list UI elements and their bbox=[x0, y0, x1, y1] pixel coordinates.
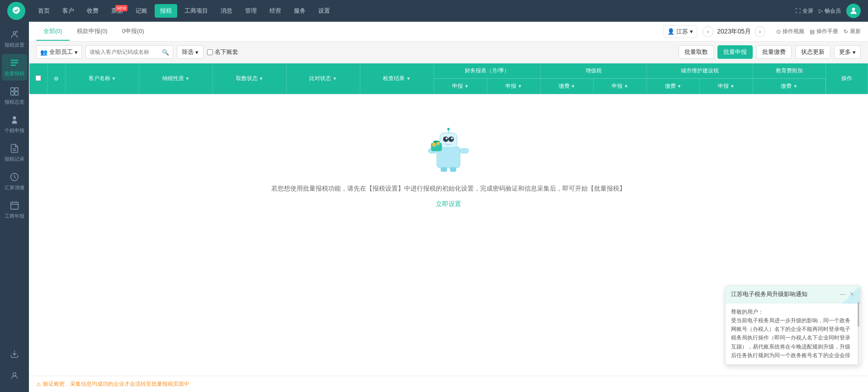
new-badge: NEW bbox=[115, 5, 127, 11]
sidebar-user-button[interactable] bbox=[5, 367, 24, 385]
setup-link[interactable]: 立即设置 bbox=[436, 200, 461, 208]
status-update-button[interactable]: 状态更新 bbox=[795, 45, 830, 59]
staff-selector-icon: 👥 bbox=[40, 49, 47, 56]
svg-rect-28 bbox=[460, 148, 469, 153]
th-gear[interactable]: ⚙ bbox=[47, 63, 66, 94]
person-tax-icon bbox=[9, 115, 20, 125]
nav-fee[interactable]: 收费 bbox=[81, 4, 104, 18]
nav-items: 首页 客户 收费 票据 NEW 记账 报税 工商项目 消息 管理 经营 服务 设… bbox=[33, 4, 795, 18]
th-city-tax: 城市维护建设税 bbox=[646, 63, 753, 79]
th-checkbox bbox=[29, 63, 47, 94]
refresh-icon: ↻ bbox=[844, 29, 848, 35]
svg-point-32 bbox=[433, 143, 435, 146]
search-input-wrap: 🔍 bbox=[85, 45, 173, 59]
svg-rect-6 bbox=[15, 88, 18, 91]
batch-fetch-button[interactable]: 批量取数 bbox=[679, 45, 714, 59]
tab-zero-declare[interactable]: 0申报(0) bbox=[115, 23, 151, 41]
tab-tax-declare[interactable]: 税款申报(0) bbox=[70, 23, 115, 41]
notification-header: 江苏电子税务局升级影响通知 — ✕ bbox=[726, 286, 860, 303]
sidebar-item-person-tax[interactable]: 个税申报 bbox=[2, 111, 27, 138]
batch-declare-button[interactable]: 批量申报 bbox=[717, 45, 753, 59]
top-navigation: 首页 客户 收费 票据 NEW 记账 报税 工商项目 消息 管理 经营 服务 设… bbox=[0, 0, 868, 22]
nav-accounting[interactable]: 记账 bbox=[130, 4, 153, 18]
sidebar-item-records[interactable]: 报税记录 bbox=[2, 139, 27, 166]
sidebar: 报税设置 批量报税 报税总览 个税 bbox=[0, 22, 29, 392]
svg-rect-5 bbox=[11, 88, 14, 91]
th-fetch-status: 取数状态 ▼ bbox=[212, 63, 286, 94]
batch-pay-button[interactable]: 批量缴费 bbox=[756, 45, 792, 59]
toolbar-right-actions: 批量取数 批量申报 批量缴费 状态更新 更多 ▾ bbox=[679, 45, 861, 59]
operation-video-link[interactable]: ⊙ 操作视频 bbox=[776, 28, 804, 35]
sidebar-item-tax-settings[interactable]: 报税设置 bbox=[2, 25, 27, 52]
empty-state: 若您想使用批量报税功能，请先在【报税设置】中进行报税的初始化设置，完成密码验证和… bbox=[29, 94, 868, 235]
th-operation: 操作 bbox=[826, 63, 868, 94]
th-city-declare: 申报 ▼ bbox=[594, 79, 646, 94]
sidebar-item-overview[interactable]: 报税总览 bbox=[2, 82, 27, 109]
notification-close-button[interactable]: ✕ bbox=[849, 291, 855, 298]
svg-point-0 bbox=[852, 8, 855, 11]
current-month: 2023年05月 bbox=[717, 28, 751, 36]
nav-settings[interactable]: 设置 bbox=[313, 4, 335, 18]
th-finance-report: 财务报表（月/季） bbox=[434, 63, 540, 79]
notification-body: 尊敬的用户： 受当前电子税务局进一步升级的影响，同一个政务网账号（办税人）名下的… bbox=[726, 303, 860, 364]
sidebar-download-button[interactable] bbox=[5, 345, 24, 363]
staff-selector[interactable]: 👥 全部员工 ▾ bbox=[36, 45, 82, 59]
svg-rect-4 bbox=[11, 65, 16, 66]
notification-text: 尊敬的用户： 受当前电子税务局进一步升级的影响，同一个政务网账号（办税人）名下的… bbox=[731, 308, 855, 360]
region-icon: 👤 bbox=[667, 28, 675, 35]
nav-service[interactable]: 服务 bbox=[288, 4, 311, 18]
nav-operation[interactable]: 经营 bbox=[264, 4, 287, 18]
notification-minimize-button[interactable]: — bbox=[840, 291, 846, 297]
svg-point-9 bbox=[13, 116, 16, 120]
nav-home[interactable]: 首页 bbox=[33, 4, 55, 18]
th-client-name: 客户名称 ▼ bbox=[66, 63, 139, 94]
nav-business[interactable]: 工商项目 bbox=[179, 4, 213, 18]
annual-icon bbox=[9, 200, 20, 211]
nav-tax[interactable]: 报税 bbox=[155, 4, 177, 18]
svg-rect-7 bbox=[11, 92, 14, 95]
svg-rect-34 bbox=[441, 167, 447, 172]
nav-invoice[interactable]: 票据 NEW bbox=[106, 4, 128, 18]
tab-bar: 全部(0) 税款申报(0) 0申报(0) 👤 江苏 ▾ ‹ 2023年05月 ›… bbox=[29, 22, 868, 42]
svg-point-18 bbox=[13, 373, 16, 376]
filter-button[interactable]: 筛选 ▾ bbox=[177, 45, 203, 59]
checkbox-input[interactable] bbox=[207, 49, 213, 55]
nav-manage[interactable]: 管理 bbox=[240, 4, 262, 18]
refresh-button[interactable]: ↻ 展新 bbox=[844, 28, 861, 35]
more-button[interactable]: 更多 ▾ bbox=[834, 45, 861, 59]
empty-robot-illustration bbox=[421, 121, 476, 176]
sidebar-label-person-tax: 个税申报 bbox=[5, 127, 24, 134]
records-icon bbox=[9, 143, 20, 154]
search-icon: 🔍 bbox=[162, 49, 169, 56]
nav-message[interactable]: 消息 bbox=[215, 4, 238, 18]
next-month-button[interactable]: › bbox=[755, 26, 765, 37]
svg-rect-8 bbox=[15, 92, 18, 95]
vip-button[interactable]: ▷ 畅会员 bbox=[819, 7, 841, 15]
th-city-pay: 缴费 ▼ bbox=[646, 79, 699, 94]
search-input[interactable] bbox=[90, 49, 162, 55]
sidebar-item-batch-tax[interactable]: 批量报税 bbox=[2, 54, 27, 81]
user-avatar[interactable] bbox=[846, 4, 861, 18]
notification-panel: 江苏电子税务局升级影响通知 — ✕ 尊敬的用户： 受当前电子税务局进一步升级的影… bbox=[725, 285, 861, 365]
sidebar-item-annual[interactable]: 工商年报 bbox=[2, 196, 27, 223]
sidebar-label-tax-settings: 报税设置 bbox=[5, 42, 24, 48]
bottom-bar: ⚠ 验证账密、采集信息均成功的企业才会流转至批量报税页面中 bbox=[29, 376, 868, 392]
svg-point-23 bbox=[446, 138, 448, 139]
book-icon: ▤ bbox=[810, 29, 815, 35]
warning-icon: ⚠ bbox=[36, 381, 41, 387]
top-nav-right: ⛶ 全屏 ▷ 畅会员 bbox=[795, 4, 861, 18]
nav-client[interactable]: 客户 bbox=[57, 4, 80, 18]
sidebar-item-settlement[interactable]: 汇算清缴 bbox=[2, 168, 27, 195]
select-all-checkbox[interactable] bbox=[35, 75, 41, 81]
month-navigator: ‹ 2023年05月 › bbox=[703, 26, 765, 37]
video-icon: ⊙ bbox=[776, 29, 781, 35]
sidebar-label-records: 报税记录 bbox=[5, 156, 24, 163]
name-accounts-checkbox[interactable]: 名下账套 bbox=[207, 48, 238, 56]
vip-icon: ▷ bbox=[819, 8, 823, 14]
region-selector[interactable]: 👤 江苏 ▾ bbox=[663, 25, 697, 38]
app-logo[interactable] bbox=[7, 2, 25, 20]
tab-all[interactable]: 全部(0) bbox=[36, 23, 70, 41]
fullscreen-button[interactable]: ⛶ 全屏 bbox=[795, 7, 813, 15]
operation-manual-link[interactable]: ▤ 操作手册 bbox=[810, 28, 838, 35]
prev-month-button[interactable]: ‹ bbox=[703, 26, 713, 37]
